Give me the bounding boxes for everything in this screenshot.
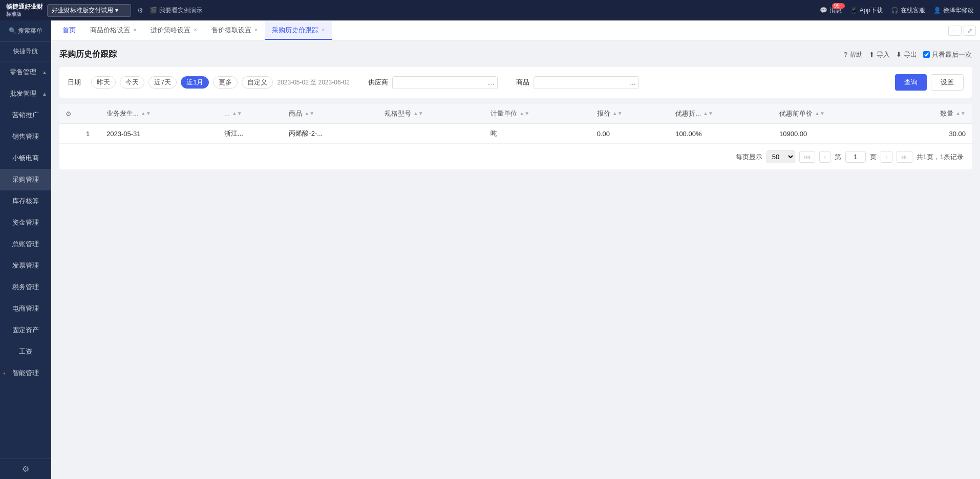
- sort-icon-product: ▲▼: [304, 112, 314, 116]
- only-latest-checkbox[interactable]: [923, 51, 930, 58]
- tab-home[interactable]: 首页: [55, 21, 83, 40]
- cell-price: 0.00: [591, 124, 669, 144]
- sort-icon-discount: ▲▼: [703, 112, 713, 116]
- supplier-dots-btn[interactable]: ...: [488, 78, 495, 87]
- sidebar-item-tax[interactable]: 税务管理: [0, 276, 51, 298]
- app-logo: 畅捷通好业财 标准版: [6, 3, 43, 18]
- version-selector[interactable]: 好业财标准版交付试用 ▾: [47, 4, 131, 17]
- tab-cost-strategy[interactable]: 进价策略设置 ×: [143, 21, 204, 40]
- date-btn-1month[interactable]: 近1月: [181, 76, 209, 89]
- app-download-btn[interactable]: 📱 App下载: [850, 6, 883, 15]
- col-gear[interactable]: ⚙: [59, 104, 80, 124]
- page-header: 采购历史价跟踪 ? 帮助 ⬆ 导入 ⬇ 导出: [59, 49, 972, 60]
- date-btn-7days[interactable]: 近7天: [148, 76, 177, 89]
- sidebar-item-retail[interactable]: 零售管理 ▲: [0, 61, 51, 83]
- last-page-btn[interactable]: ⏭: [897, 151, 912, 163]
- col-product[interactable]: 商品 ▲▼: [283, 104, 378, 124]
- help-icon: ?: [844, 51, 847, 58]
- import-btn[interactable]: ⬆ 导入: [869, 50, 890, 59]
- help-btn[interactable]: ? 帮助: [844, 50, 863, 59]
- online-service-btn[interactable]: 🎧 在线客服: [891, 6, 925, 15]
- cell-index: 1: [80, 124, 100, 144]
- sidebar-item-purchase[interactable]: 采购管理: [0, 169, 51, 190]
- date-btn-custom[interactable]: 自定义: [242, 76, 273, 89]
- supplier-filter: 供应商 ...: [368, 76, 498, 89]
- col-unit[interactable]: 计量单位 ▲▼: [484, 104, 590, 124]
- page-label-pre: 第: [835, 153, 841, 162]
- per-page-label: 每页显示: [736, 153, 762, 162]
- col-quantity[interactable]: 数量 ▲▼: [893, 104, 972, 124]
- sidebar-item-marketing[interactable]: 营销推广: [0, 104, 51, 126]
- tab-close-purchase[interactable]: ×: [322, 27, 325, 33]
- table-gear-icon[interactable]: ⚙: [66, 110, 72, 118]
- sort-icon-quantity: ▲▼: [955, 112, 966, 116]
- tab-close-cost[interactable]: ×: [194, 27, 197, 33]
- tab-purchase-history[interactable]: 采购历史价跟踪 ×: [265, 21, 332, 40]
- tab-shrink-btn[interactable]: —: [948, 26, 962, 36]
- app-body: 🔍 搜索菜单 快捷导航 零售管理 ▲ 批发管理 ▲ 营销推广 销售管理 小畅电商…: [0, 20, 980, 479]
- table-header-row: ⚙ 业务发生... ▲▼ ...: [59, 104, 972, 124]
- sort-icon-date: ▲▼: [141, 112, 151, 116]
- tab-expand-btn[interactable]: ⤢: [964, 26, 976, 36]
- sort-icon-price: ▲▼: [612, 112, 623, 116]
- tab-close-price[interactable]: ×: [133, 27, 136, 33]
- cell-product: 丙烯酸-2-...: [283, 124, 378, 144]
- user-profile-btn[interactable]: 👤 徐泽华修改: [933, 6, 974, 15]
- filter-settings-btn[interactable]: 设置: [931, 74, 964, 91]
- col-price[interactable]: 报价 ▲▼: [591, 104, 669, 124]
- messages-btn[interactable]: 💬 消息 99+: [820, 6, 842, 15]
- sidebar-item-fixed-assets[interactable]: 固定资产: [0, 319, 51, 341]
- col-spec[interactable]: 规格型号 ▲▼: [378, 104, 484, 124]
- sidebar-item-invoice[interactable]: 发票管理: [0, 255, 51, 276]
- tab-close-sale[interactable]: ×: [254, 27, 258, 33]
- settings-icon[interactable]: ⚙: [135, 5, 145, 16]
- first-page-btn[interactable]: ⏮: [799, 151, 815, 163]
- cell-date: 2023-05-31: [100, 124, 218, 144]
- sort-icon-pre-discount: ▲▼: [815, 112, 825, 116]
- cell-discount: 100.00%: [669, 124, 773, 144]
- date-btn-today[interactable]: 今天: [120, 76, 144, 89]
- sidebar-item-ecommerce-small[interactable]: 小畅电商: [0, 147, 51, 169]
- top-right-actions: 💬 消息 99+ 📱 App下载 🎧 在线客服 👤 徐泽华修改: [820, 6, 974, 15]
- product-input[interactable]: [534, 76, 639, 89]
- sidebar-item-wholesale[interactable]: 批发管理 ▲: [0, 83, 51, 104]
- data-table: ⚙ 业务发生... ▲▼ ...: [59, 104, 972, 144]
- prev-page-btn[interactable]: ‹: [819, 151, 830, 163]
- sidebar-item-inventory[interactable]: 库存核算: [0, 190, 51, 212]
- tab-bar: 首页 商品价格设置 × 进价策略设置 × 售价提取设置 × 采购历史价跟踪 × …: [51, 20, 980, 41]
- per-page-select[interactable]: 50 100 200: [766, 150, 795, 163]
- sidebar-item-finance[interactable]: 资金管理: [0, 212, 51, 233]
- sidebar-gear-icon[interactable]: ⚙: [22, 465, 29, 473]
- sidebar-item-sales[interactable]: 销售管理: [0, 126, 51, 147]
- top-bar: 畅捷通好业财 标准版 好业财标准版交付试用 ▾ ⚙ 🎬 我要看实例演示 💬 消息…: [0, 0, 980, 20]
- next-page-btn[interactable]: ›: [881, 151, 892, 163]
- cell-extra: 浙江...: [218, 124, 283, 144]
- sidebar-item-ai[interactable]: 智能管理: [0, 362, 51, 384]
- tab-price-settings[interactable]: 商品价格设置 ×: [83, 21, 143, 40]
- date-btn-more[interactable]: 更多: [213, 76, 238, 89]
- page-number-input[interactable]: [845, 151, 866, 163]
- table-body: 1 2023-05-31 浙江... 丙烯酸-2-... 吨 0.00 100.…: [59, 124, 972, 144]
- cell-unit: 吨: [484, 124, 590, 144]
- col-extra[interactable]: ... ▲▼: [218, 104, 283, 124]
- sort-icon-unit: ▲▼: [519, 112, 529, 116]
- query-btn[interactable]: 查询: [895, 74, 927, 91]
- sort-icon-spec: ▲▼: [413, 112, 423, 116]
- sidebar-item-salary[interactable]: 工资: [0, 341, 51, 362]
- demo-link[interactable]: 🎬 我要看实例演示: [150, 6, 202, 15]
- product-dots-btn[interactable]: ...: [629, 78, 636, 87]
- supplier-input[interactable]: [392, 76, 498, 89]
- col-date[interactable]: 业务发生... ▲▼: [100, 104, 218, 124]
- tab-sale-extract[interactable]: 售价提取设置 ×: [204, 21, 265, 40]
- sidebar-search[interactable]: 🔍 搜索菜单: [0, 20, 51, 42]
- export-btn[interactable]: ⬇ 导出: [896, 50, 917, 59]
- col-pre-discount[interactable]: 优惠前单价 ▲▼: [773, 104, 893, 124]
- date-btn-yesterday[interactable]: 昨天: [91, 76, 116, 89]
- sidebar-item-ledger[interactable]: 总账管理: [0, 233, 51, 255]
- content-area: 首页 商品价格设置 × 进价策略设置 × 售价提取设置 × 采购历史价跟踪 × …: [51, 20, 980, 479]
- supplier-label: 供应商: [368, 78, 388, 87]
- import-icon: ⬆: [869, 51, 875, 58]
- sidebar-item-ecommerce[interactable]: 电商管理: [0, 298, 51, 319]
- sidebar-shortcut[interactable]: 快捷导航: [0, 42, 51, 61]
- col-discount[interactable]: 优惠折... ▲▼: [669, 104, 773, 124]
